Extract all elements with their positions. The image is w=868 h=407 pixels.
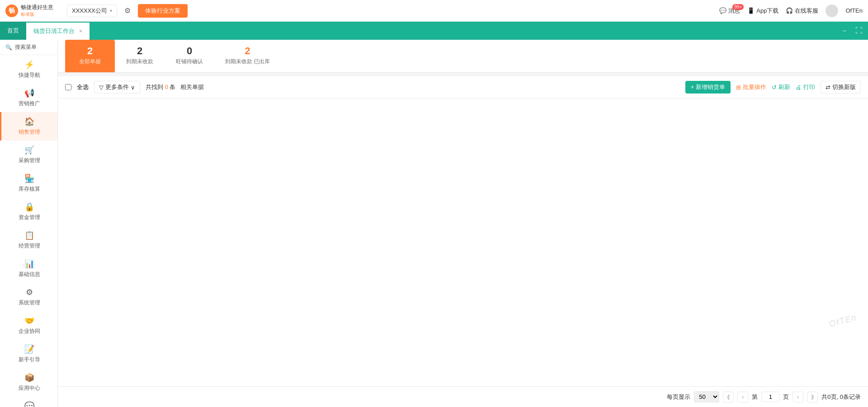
headset-icon: 🎧 bbox=[786, 7, 793, 14]
table-area bbox=[58, 98, 868, 386]
search-icon: 🔍 bbox=[5, 44, 12, 51]
stat-tab-wangpu-confirm[interactable]: 0 旺铺待确认 bbox=[165, 40, 214, 72]
message-icon: 💬 bbox=[719, 7, 726, 14]
more-filters-button[interactable]: ▽ 更多条件 ∨ bbox=[94, 81, 140, 94]
wechat-icon: 💬 bbox=[24, 401, 34, 407]
logo-area: 畅 畅捷通好生意 标准版 bbox=[5, 4, 63, 17]
new-sale-button[interactable]: + 新增销货单 bbox=[685, 81, 731, 94]
basic-info-icon: 📊 bbox=[24, 259, 34, 269]
page-suffix: 页 bbox=[783, 393, 789, 401]
pagination-bar: 每页显示 50 10 20 100 ⟪ ‹ 第 页 › ⟫ 共0页, 0条记录 bbox=[58, 386, 868, 407]
page-next-button[interactable]: › bbox=[793, 392, 803, 402]
operations-icon: 📋 bbox=[24, 230, 34, 240]
download-icon: 📱 bbox=[747, 7, 755, 14]
select-all-checkbox[interactable] bbox=[65, 84, 71, 90]
sidebar-item-marketing[interactable]: 📢 营销推广 bbox=[0, 84, 57, 112]
app-download-button[interactable]: 📱 App下载 bbox=[747, 7, 778, 15]
sidebar-item-finance[interactable]: 🔒 资金管理 bbox=[0, 197, 57, 226]
inventory-icon: 🏪 bbox=[24, 173, 34, 183]
newbie-icon: 📝 bbox=[24, 344, 34, 354]
found-text: 共找到 0 条 相关单据 bbox=[146, 83, 204, 91]
sidebar-item-purchase[interactable]: 🛒 采购管理 bbox=[0, 140, 57, 169]
gear-button[interactable]: ⚙ bbox=[121, 4, 134, 18]
sidebar-item-operations[interactable]: 📋 经营管理 bbox=[0, 226, 57, 254]
print-button[interactable]: 🖨 打印 bbox=[796, 83, 815, 91]
app-center-icon: 📦 bbox=[24, 373, 34, 383]
finance-icon: 🔒 bbox=[24, 202, 34, 212]
main-layout: 🔍 搜索菜单 ⚡ 快捷导航 📢 营销推广 🏠 销售管理 🛒 采购管理 🏪 库存核… bbox=[0, 40, 868, 407]
avatar[interactable] bbox=[826, 5, 838, 17]
user-name[interactable]: OfTEn bbox=[845, 7, 863, 14]
page-size-select[interactable]: 50 10 20 100 bbox=[694, 391, 719, 402]
refresh-button[interactable]: ↺ 刷新 bbox=[772, 83, 790, 91]
sidebar-item-enterprise[interactable]: 🤝 企业协同 bbox=[0, 311, 57, 340]
minimize-icon[interactable]: － bbox=[839, 24, 850, 37]
total-info: 共0页, 0条记录 bbox=[821, 393, 861, 401]
sidebar-item-quick-nav[interactable]: ⚡ 快捷导航 bbox=[0, 55, 57, 84]
toolbar: 全选 ▽ 更多条件 ∨ 共找到 0 条 相关单据 + 新增销货单 ⊞ bbox=[58, 76, 868, 98]
tab-workbench[interactable]: 钱货日清工作台 × bbox=[26, 22, 90, 40]
page-last-button[interactable]: ⟫ bbox=[807, 392, 818, 402]
found-count: 0 bbox=[165, 84, 168, 90]
page-number-input[interactable] bbox=[761, 392, 779, 402]
batch-op-button[interactable]: ⊞ 批量操作 bbox=[736, 83, 766, 91]
select-all-label: 全选 bbox=[77, 83, 89, 91]
marketing-icon: 📢 bbox=[24, 88, 34, 98]
online-service-button[interactable]: 🎧 在线客服 bbox=[786, 7, 818, 15]
page-first-button[interactable]: ⟪ bbox=[723, 392, 734, 402]
sales-icon: 🏠 bbox=[24, 117, 34, 126]
stat-tab-all[interactable]: 2 全部单据 bbox=[65, 40, 115, 72]
toolbar-left: 全选 ▽ 更多条件 ∨ 共找到 0 条 相关单据 bbox=[65, 81, 204, 94]
filter-icon: ▽ bbox=[99, 84, 104, 91]
company-selector[interactable]: XXXXXX公司 ▾ bbox=[67, 5, 117, 17]
page-prev-button[interactable]: ‹ bbox=[737, 392, 748, 402]
sidebar-item-basic-info[interactable]: 📊 基础信息 bbox=[0, 254, 57, 283]
tab-actions: － ⛶ bbox=[839, 22, 868, 40]
top-header: 畅 畅捷通好生意 标准版 XXXXXX公司 ▾ ⚙ 体验行业方案 💬 消息 99… bbox=[0, 0, 868, 22]
purchase-icon: 🛒 bbox=[24, 145, 34, 155]
page-label: 第 bbox=[752, 393, 758, 401]
sidebar-item-app-center[interactable]: 📦 应用中心 bbox=[0, 368, 57, 397]
search-menu-button[interactable]: 🔍 搜索菜单 bbox=[0, 40, 57, 55]
batch-icon: ⊞ bbox=[736, 84, 741, 91]
header-right: 💬 消息 99+ 📱 App下载 🎧 在线客服 OfTEn bbox=[719, 5, 863, 17]
switch-icon: ⇄ bbox=[826, 84, 830, 91]
logo-icon: 畅 bbox=[5, 5, 18, 17]
content-area: 2 全部单据 2 到期未收款 0 旺铺待确认 2 到期未收款 已出库 全选 bbox=[58, 40, 868, 407]
system-icon: ⚙ bbox=[26, 287, 33, 297]
switch-version-button[interactable]: ⇄ 切换新版 bbox=[821, 81, 861, 94]
stats-tabs: 2 全部单据 2 到期未收款 0 旺铺待确认 2 到期未收款 已出库 bbox=[58, 40, 868, 73]
sidebar: 🔍 搜索菜单 ⚡ 快捷导航 📢 营销推广 🏠 销售管理 🛒 采购管理 🏪 库存核… bbox=[0, 40, 58, 407]
stat-tab-overdue-unpaid[interactable]: 2 到期未收款 bbox=[115, 40, 165, 72]
chevron-down-icon: ▾ bbox=[110, 8, 112, 13]
sidebar-item-newbie[interactable]: 📝 新手引导 bbox=[0, 340, 57, 368]
tab-close-icon[interactable]: × bbox=[79, 28, 82, 34]
refresh-icon: ↺ bbox=[772, 84, 777, 91]
print-icon: 🖨 bbox=[796, 84, 802, 91]
sidebar-item-wechat[interactable]: 💬 企业微信 bbox=[0, 397, 57, 407]
toolbar-right: + 新增销货单 ⊞ 批量操作 ↺ 刷新 🖨 打印 ⇄ 切换新版 bbox=[685, 81, 861, 94]
trial-button[interactable]: 体验行业方案 bbox=[138, 4, 188, 18]
tab-bar: 首页 钱货日清工作台 × － ⛶ bbox=[0, 22, 868, 40]
chevron-down-icon: ∨ bbox=[131, 84, 135, 91]
sidebar-item-inventory[interactable]: 🏪 库存核算 bbox=[0, 169, 57, 197]
maximize-icon[interactable]: ⛶ bbox=[854, 25, 864, 37]
tab-home[interactable]: 首页 bbox=[0, 22, 26, 40]
stat-tab-overdue-unshipped[interactable]: 2 到期未收款 已出库 bbox=[214, 40, 281, 72]
sidebar-item-sales[interactable]: 🏠 销售管理 bbox=[0, 112, 57, 140]
messages-button[interactable]: 💬 消息 99+ bbox=[719, 7, 740, 15]
quick-nav-icon: ⚡ bbox=[24, 60, 34, 70]
page-size-label: 每页显示 bbox=[667, 393, 690, 401]
sidebar-item-system[interactable]: ⚙ 系统管理 bbox=[0, 283, 57, 311]
logo-text: 畅捷通好生意 标准版 bbox=[21, 4, 53, 17]
enterprise-icon: 🤝 bbox=[24, 316, 34, 326]
